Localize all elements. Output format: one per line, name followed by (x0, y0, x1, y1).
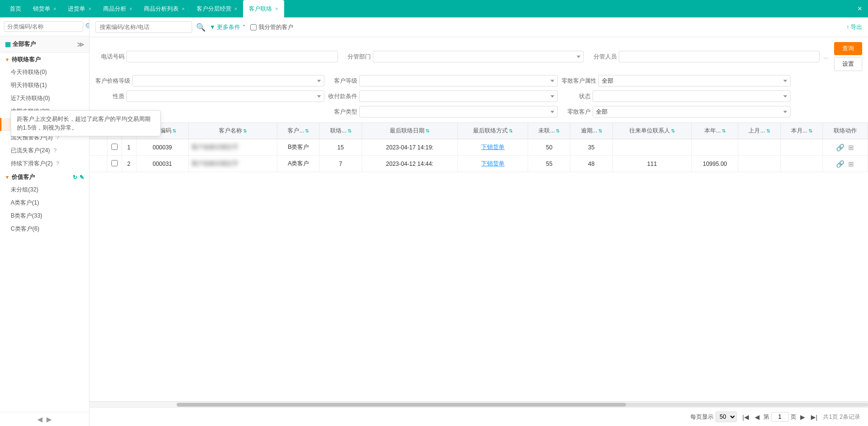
first-page-button[interactable]: |◀ (741, 412, 751, 422)
sidebar-item-7days[interactable]: 近7天待联络(0) (0, 92, 89, 105)
nav-item-customer-contact[interactable]: 客户联络 × (243, 0, 284, 17)
cell-checkbox-1[interactable] (107, 156, 122, 172)
action-link-icon-0[interactable]: 🔗 (836, 144, 844, 151)
close-icon-analysis-list[interactable]: × (182, 6, 184, 12)
filter-retail-attr-select[interactable]: 全部 (598, 75, 791, 87)
sort-icon-overdue[interactable]: ⇅ (598, 128, 602, 133)
col-last-contact-method[interactable]: 最后联络方式 ⇅ (458, 123, 528, 139)
nav-item-analysis[interactable]: 商品分析 × (97, 0, 138, 17)
nav-item-sales[interactable]: 销货单 × (27, 0, 62, 17)
sidebar-item-a-class[interactable]: A类客户(1) (0, 196, 89, 209)
sort-icon-name[interactable]: ⇅ (243, 128, 247, 133)
filter-price-level-select[interactable] (132, 75, 324, 87)
filter-person-input[interactable] (619, 51, 820, 62)
horizontal-scrollbar[interactable] (90, 401, 868, 407)
sidebar-group-pending[interactable]: ▼ 待联络客户 (0, 53, 89, 66)
scrollbar-thumb[interactable] (177, 403, 626, 407)
filter-status-select[interactable] (593, 90, 791, 102)
cell-settings-0 (90, 139, 107, 156)
sidebar-search-icon[interactable]: 🔍 (85, 23, 90, 30)
my-customers-checkbox-label[interactable]: 我分管的客户 (250, 23, 293, 31)
sort-icon-level[interactable]: ⇅ (305, 128, 309, 133)
cell-contact-count-0: 15 (320, 139, 362, 156)
col-partner-contact[interactable]: 往来单位联系人 ⇅ (612, 123, 692, 139)
sidebar-item-ungrouped[interactable]: 未分组(32) (0, 183, 89, 196)
refresh-icon[interactable]: ↻ (73, 174, 77, 181)
col-this-month[interactable]: 本月... ⇅ (780, 123, 822, 139)
sort-icon-last-contact-method[interactable]: ⇅ (509, 128, 513, 133)
close-icon-analysis[interactable]: × (129, 6, 132, 12)
filter-customer-level: 客户等级 (328, 75, 557, 87)
nav-item-home[interactable]: 首页 (4, 0, 27, 17)
sort-icon-this-month[interactable]: ⇅ (808, 128, 812, 133)
setting-button[interactable]: 设置 (834, 57, 862, 71)
export-button[interactable]: ↑ 导出 (846, 23, 862, 31)
filter-payment-select[interactable] (359, 90, 557, 102)
sort-icon-code[interactable]: ⇅ (172, 128, 176, 133)
cell-last-contact-method-0[interactable]: 下销货单 (458, 139, 528, 156)
sidebar-group-value: ▼ 价值客户 ↻ ✎ (0, 170, 89, 183)
info-icon-declining[interactable]: ? (56, 161, 59, 166)
sort-icon-this-year[interactable]: ⇅ (722, 128, 726, 133)
filter-dept-select[interactable] (373, 51, 584, 62)
sort-icon-contact-count[interactable]: ⇅ (348, 128, 351, 133)
col-contact-count[interactable]: 联络... ⇅ (320, 123, 362, 139)
action-grid-icon-0[interactable]: ⊞ (848, 144, 854, 151)
sidebar-item-churned[interactable]: 已流失客户(24) ? (0, 144, 89, 157)
per-page-select[interactable]: 50 (716, 411, 737, 422)
more-conditions-button[interactable]: ▼ 更多条件 ⌃ (210, 23, 246, 31)
row-checkbox-1[interactable] (111, 160, 118, 166)
sidebar-item-declining[interactable]: 持续下滑客户(2) ? (0, 157, 89, 170)
last-page-button[interactable]: ▶| (809, 412, 819, 422)
cell-last-contact-method-1[interactable]: 下销货单 (458, 156, 528, 172)
sidebar-item-tomorrow[interactable]: 明天待联络(1) (0, 79, 89, 92)
action-link-icon-1[interactable]: 🔗 (836, 160, 844, 168)
close-icon-purchase[interactable]: × (88, 6, 91, 12)
sidebar-item-b-class[interactable]: B类客户(33) (0, 209, 89, 222)
sidebar-next-button[interactable]: ▶ (46, 415, 52, 423)
close-icon-customer-tier[interactable]: × (234, 6, 237, 12)
sidebar-prev-button[interactable]: ◀ (37, 415, 43, 423)
cell-checkbox-0[interactable] (107, 139, 122, 156)
col-this-year[interactable]: 本年... ⇅ (692, 123, 738, 139)
filter-phone-input[interactable] (126, 51, 338, 62)
prev-page-button[interactable]: ◀ (753, 412, 761, 422)
query-button[interactable]: 查询 (834, 42, 862, 55)
my-customers-checkbox[interactable] (250, 24, 257, 30)
page-input[interactable] (771, 412, 789, 422)
nav-item-customer-tier[interactable]: 客户分层经营 × (191, 0, 243, 17)
sidebar-collapse-button[interactable]: ≫ (77, 41, 84, 48)
sort-icon-last-contact-date[interactable]: ⇅ (426, 128, 429, 133)
edit-icon[interactable]: ✎ (79, 174, 84, 181)
sidebar-item-today[interactable]: 今天待联络(0) (0, 66, 89, 79)
close-icon-sales[interactable]: × (53, 6, 56, 12)
sidebar-item-c-class[interactable]: C类客户(6) (0, 222, 89, 235)
next-page-button[interactable]: ▶ (798, 412, 807, 422)
close-icon-customer-contact[interactable]: × (275, 6, 278, 12)
col-last-month[interactable]: 上月... ⇅ (738, 123, 780, 139)
filter-customer-level-select[interactable] (359, 75, 557, 87)
close-all-tabs-button[interactable]: ✕ (857, 4, 862, 13)
sort-icon-partner-contact[interactable]: ⇅ (671, 128, 675, 133)
col-uncontact[interactable]: 未联... ⇅ (528, 123, 570, 139)
sort-icon-last-month[interactable]: ⇅ (766, 128, 770, 133)
filter-retail-customer-select[interactable]: 全部 (593, 106, 791, 118)
filter-search-input[interactable] (95, 21, 192, 33)
nav-item-analysis-list[interactable]: 商品分析列表 × (138, 0, 190, 17)
col-level[interactable]: 客户... ⇅ (277, 123, 320, 139)
action-grid-icon-1[interactable]: ⊞ (848, 160, 854, 168)
filter-row-1: 电话号码 分管部门 分管人员 ... 查询 设置 (95, 42, 862, 71)
col-last-contact-date[interactable]: 最后联络日期 ⇅ (362, 123, 458, 139)
sidebar-search-input[interactable] (4, 21, 83, 32)
sort-icon-uncontact[interactable]: ⇅ (556, 128, 560, 133)
filter-customer-type-select[interactable] (359, 106, 557, 118)
row-checkbox-0[interactable] (111, 144, 118, 150)
col-name[interactable]: 客户名称 ⇅ (188, 123, 277, 139)
filter-nature-select[interactable] (126, 90, 324, 102)
col-overdue[interactable]: 逾期... ⇅ (570, 123, 612, 139)
nav-item-purchase[interactable]: 进货单 × (62, 0, 97, 17)
info-icon-churned[interactable]: ? (54, 147, 57, 153)
sidebar-header-label: 全部客户 (13, 40, 36, 48)
filter-search-button[interactable]: 🔍 (196, 23, 206, 32)
filter-person-more[interactable]: ... (822, 53, 830, 60)
